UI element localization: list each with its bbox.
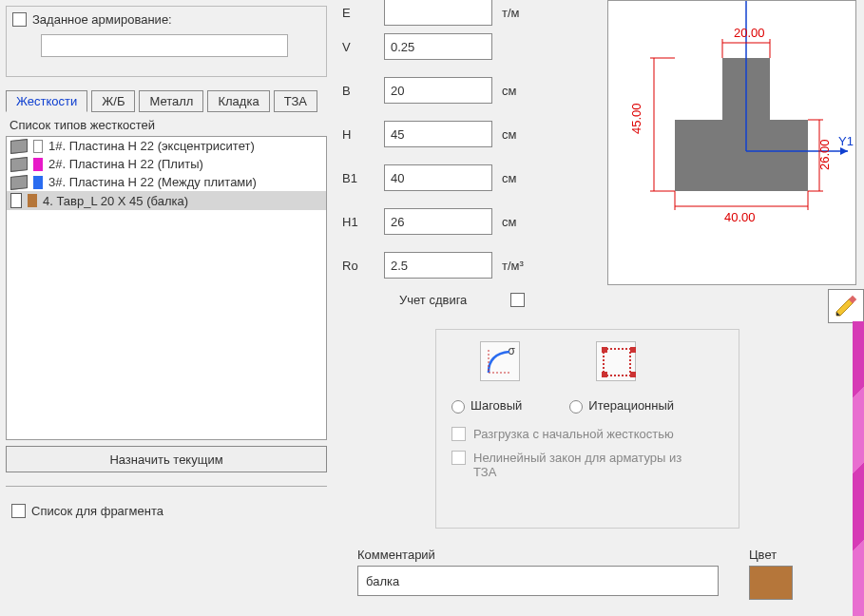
stiffness-list[interactable]: 1#. Пластина H 22 (эксцентриситет) 2#. П… [6, 136, 327, 440]
input-V[interactable] [384, 33, 492, 60]
radio-iter[interactable]: Итерационный [569, 398, 674, 414]
input-E[interactable] [384, 0, 492, 26]
reinforcement-checkbox[interactable] [12, 12, 27, 27]
input-B[interactable] [384, 77, 492, 104]
section-diagram: Y1 20.00 45.00 26.00 40.00 [607, 0, 856, 285]
list-item-text: 1#. Пластина H 22 (эксцентриситет) [48, 139, 255, 153]
tab-metal[interactable]: Металл [139, 90, 203, 112]
tza-law-checkbox[interactable] [451, 451, 466, 465]
param-label-H: H [342, 127, 384, 142]
color-chip [28, 194, 37, 207]
reinforcement-label: Заданное армирование: [32, 12, 172, 27]
list-item[interactable]: 1#. Пластина H 22 (эксцентриситет) [7, 137, 326, 155]
tab-tza[interactable]: ТЗА [274, 90, 317, 112]
left-panel: Заданное армирование: Жесткости Ж/Б Мета… [0, 0, 333, 616]
svg-marker-2 [675, 58, 808, 191]
slab-icon [10, 139, 28, 154]
stiffness-list-label: Список типов жесткостей [10, 118, 333, 132]
tza-law-label: Нелинейный закон для арматуры из ТЗА [473, 451, 701, 479]
dim-top: 20.00 [734, 26, 765, 40]
comment-input[interactable] [357, 566, 719, 596]
shear-checkbox[interactable] [510, 293, 525, 307]
list-item[interactable]: 4. Тавр_L 20 X 45 (балка) [7, 191, 326, 210]
tab-masonry[interactable]: Кладка [207, 90, 269, 112]
input-H[interactable] [384, 121, 492, 147]
fragment-checkbox[interactable] [11, 504, 26, 518]
sigma-curve-icon[interactable]: σ [480, 341, 520, 381]
list-item[interactable]: 3#. Пластина H 22 (Между плитами) [7, 173, 326, 191]
y-axis-label: Y1 [838, 134, 854, 148]
param-label-B: B [342, 84, 384, 98]
beam-icon [10, 193, 22, 208]
unloading-label: Разгрузка с начальной жесткостью [473, 427, 674, 441]
list-item-text: 2#. Пластина H 22 (Плиты) [48, 157, 203, 171]
input-H1[interactable] [384, 208, 492, 235]
unit-Ro: т/м³ [502, 259, 540, 273]
param-label-B1: B1 [342, 171, 384, 185]
color-label: Цвет [749, 548, 793, 562]
dim-left: 45.00 [629, 103, 643, 134]
color-chip [33, 158, 43, 171]
color-swatch[interactable] [749, 566, 793, 600]
svg-marker-4 [840, 147, 848, 155]
input-B1[interactable] [384, 164, 492, 191]
slab-icon [10, 157, 28, 172]
edit-section-button[interactable] [828, 289, 864, 323]
section-svg: Y1 20.00 45.00 26.00 40.00 [608, 1, 857, 286]
unit-B: см [502, 84, 540, 98]
comment-label: Комментарий [357, 548, 743, 562]
color-chip [33, 176, 43, 189]
unit-H: см [502, 127, 540, 142]
nonlinear-group: σ Шаговый Итерационный Разгрузка с начал… [435, 329, 739, 529]
shear-label: Учет сдвига [399, 293, 467, 307]
unloading-checkbox[interactable] [451, 427, 466, 441]
list-item[interactable]: 2#. Пластина H 22 (Плиты) [7, 155, 326, 173]
params-group: E т/м V B см H см B1 см H1 см [342, 0, 540, 307]
list-item-text: 4. Тавр_L 20 X 45 (балка) [43, 194, 188, 208]
tab-rc[interactable]: Ж/Б [91, 90, 135, 112]
reinforcement-input[interactable] [41, 34, 288, 57]
unit-E: т/м [502, 6, 540, 20]
fragment-label: Список для фрагмента [31, 504, 163, 518]
unit-H1: см [502, 215, 540, 229]
right-panel: E т/м V B см H см B1 см H1 см [333, 0, 864, 616]
section-points-icon[interactable] [596, 341, 636, 381]
tab-stiffness[interactable]: Жесткости [6, 90, 87, 112]
assign-current-button[interactable]: Назначить текущим [6, 446, 327, 472]
list-item-text: 3#. Пластина H 22 (Между плитами) [48, 175, 257, 189]
color-chip [33, 140, 43, 153]
model-viewport-edge [853, 321, 864, 616]
input-Ro[interactable] [384, 252, 492, 279]
param-label-V: V [342, 40, 384, 54]
tabs-bar: Жесткости Ж/Б Металл Кладка ТЗА [6, 90, 333, 112]
param-label-H1: H1 [342, 215, 384, 229]
slab-icon [10, 175, 28, 190]
unit-B1: см [502, 171, 540, 185]
param-label-E: E [342, 6, 384, 20]
reinforcement-group: Заданное армирование: [6, 6, 327, 77]
param-label-Ro: Ro [342, 259, 384, 273]
dim-bottom: 40.00 [724, 210, 756, 224]
radio-step[interactable]: Шаговый [451, 398, 522, 414]
